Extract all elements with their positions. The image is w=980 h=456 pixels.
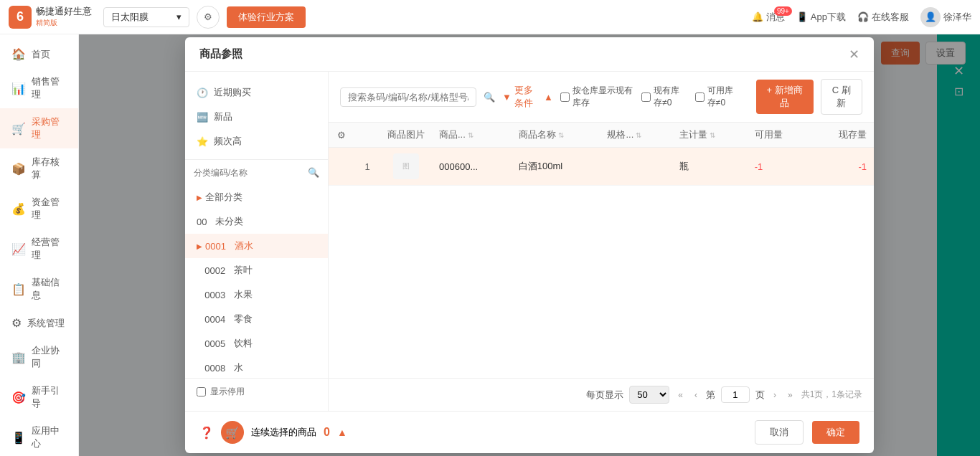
warehouse-checkbox-label[interactable]: 按仓库显示现有库存 bbox=[560, 85, 634, 109]
page-input[interactable] bbox=[721, 386, 750, 403]
warehouse-checkbox[interactable] bbox=[560, 92, 570, 102]
row-spec bbox=[600, 148, 672, 186]
stock-ne-checkbox[interactable] bbox=[641, 92, 651, 102]
category-0004[interactable]: 0004 零食 bbox=[185, 307, 328, 331]
col-available: 可用量 bbox=[748, 123, 811, 148]
col-name[interactable]: 商品名称 bbox=[512, 123, 600, 148]
category-0001[interactable]: ▶ 0001 酒水 bbox=[185, 234, 328, 258]
col-spec[interactable]: 规格... bbox=[600, 123, 672, 148]
selected-count: 0 bbox=[324, 426, 330, 439]
product-thumbnail: 图 bbox=[393, 153, 419, 179]
messages-nav[interactable]: 🔔 消息 99+ bbox=[752, 11, 785, 24]
more-filter-button[interactable]: ▼ 更多条件 ▲ bbox=[502, 84, 553, 110]
col-settings[interactable]: ⚙ bbox=[329, 123, 354, 148]
sales-icon: 📊 bbox=[11, 82, 26, 95]
category-0005[interactable]: 0005 饮料 bbox=[185, 331, 328, 356]
product-table: ⚙ 商品图片 商品... 商品名称 规格... 主计量 可用量 现存量 bbox=[329, 123, 874, 186]
next-page-button[interactable]: › bbox=[771, 389, 779, 402]
col-stock: 现存量 bbox=[811, 123, 874, 148]
filter-icon: ▼ bbox=[502, 92, 512, 103]
sidebar-label-inventory: 库存核算 bbox=[32, 156, 67, 181]
per-page-select[interactable]: 50 10 20 100 bbox=[629, 386, 669, 404]
sidebar-label-system: 系统管理 bbox=[27, 317, 65, 330]
sidebar-item-home[interactable]: 🏠 首页 bbox=[0, 40, 78, 68]
row-code: 000600... bbox=[432, 148, 512, 186]
search-button[interactable]: 🔍 bbox=[484, 92, 495, 103]
available-ne-checkbox-label[interactable]: 可用库存≠0 bbox=[695, 85, 742, 109]
collapse-icon[interactable]: ▲ bbox=[337, 427, 347, 438]
trial-button[interactable]: 体验行业方案 bbox=[227, 6, 306, 28]
product-search-input[interactable] bbox=[340, 87, 476, 107]
stock-ne-checkbox-label[interactable]: 现有库存≠0 bbox=[641, 85, 688, 109]
category-00[interactable]: 00 未分类 bbox=[185, 209, 328, 234]
filter-up-icon: ▲ bbox=[544, 92, 553, 103]
app-download-nav[interactable]: 📱 App下载 bbox=[796, 11, 846, 24]
last-page-button[interactable]: » bbox=[785, 389, 796, 402]
modal-footer: ❓ 🛒 连续选择的商品 0 ▲ 取消 确定 bbox=[185, 411, 874, 453]
quick-item-recent[interactable]: 🕐 近期购买 bbox=[185, 80, 328, 105]
category-0003[interactable]: 0003 水果 bbox=[185, 282, 328, 307]
table-row[interactable]: 1 图 000600... 白酒100ml 瓶 -1 bbox=[329, 148, 874, 186]
col-unit[interactable]: 主计量 bbox=[672, 123, 747, 148]
sidebar-item-guide[interactable]: 🎯 新手引导 bbox=[0, 377, 78, 417]
row-unit: 瓶 bbox=[672, 148, 747, 186]
category-list: ▶ 全部分类 00 未分类 ▶ 0001 酒水 0002 bbox=[185, 182, 328, 378]
sidebar-item-inventory[interactable]: 📦 库存核算 bbox=[0, 148, 78, 189]
help-icon[interactable]: ❓ bbox=[199, 426, 214, 440]
available-ne-checkbox[interactable] bbox=[695, 92, 705, 102]
sidebar-item-basic[interactable]: 📋 基础信息 bbox=[0, 269, 78, 309]
sidebar-item-enterprise[interactable]: 🏢 企业协同 bbox=[0, 337, 78, 377]
user-nav[interactable]: 👤 徐泽华 bbox=[920, 7, 971, 27]
refresh-button[interactable]: C 刷新 bbox=[821, 79, 862, 115]
avatar: 👤 bbox=[920, 7, 941, 27]
modal-title: 商品参照 bbox=[199, 47, 242, 61]
category-0008[interactable]: 0008 水 bbox=[185, 356, 328, 378]
quick-item-frequent[interactable]: ⭐ 频次高 bbox=[185, 129, 328, 153]
col-code[interactable]: 商品... bbox=[432, 123, 512, 148]
show-disabled-checkbox[interactable] bbox=[197, 387, 206, 396]
sidebar-item-system[interactable]: ⚙ 系统管理 bbox=[0, 309, 78, 337]
layout: 🏠 首页 📊 销售管理 🛒 采购管理 📦 库存核算 💰 资金管理 📈 经营管理 … bbox=[0, 34, 980, 456]
prev-page-button[interactable]: ‹ bbox=[692, 389, 700, 402]
per-page-label: 每页显示 bbox=[586, 389, 623, 402]
sidebar-label-guide: 新手引导 bbox=[32, 384, 67, 410]
finance-icon: 💰 bbox=[11, 202, 26, 216]
system-icon: ⚙ bbox=[11, 316, 22, 330]
cancel-button[interactable]: 取消 bbox=[755, 420, 804, 445]
first-page-button[interactable]: « bbox=[675, 389, 686, 402]
sidebar-item-apps[interactable]: 📱 应用中心 bbox=[0, 417, 78, 456]
sidebar-item-finance[interactable]: 💰 资金管理 bbox=[0, 189, 78, 229]
sidebar-label-home: 首页 bbox=[32, 48, 50, 61]
store-selector[interactable]: 日太阳膜 ▾ bbox=[103, 7, 189, 27]
category-search-icon[interactable]: 🔍 bbox=[308, 167, 319, 178]
table-toolbar: 🔍 ▼ 更多条件 ▲ 按仓库显示现有库存 bbox=[329, 72, 874, 123]
main-area: ✕ ⊡ 查询 设置 商品参照 ✕ bbox=[79, 34, 980, 456]
modal-overlay: 商品参照 ✕ 🕐 近期购买 🆕 bbox=[79, 34, 980, 456]
logo-text: 畅捷通好生意 精简版 bbox=[36, 6, 92, 28]
row-image: 图 bbox=[380, 148, 432, 186]
category-search-input[interactable] bbox=[194, 168, 303, 178]
service-nav[interactable]: 🎧 在线客服 bbox=[857, 11, 909, 24]
sidebar-item-sales[interactable]: 📊 销售管理 bbox=[0, 68, 78, 108]
row-available: -1 bbox=[748, 148, 811, 186]
sidebar-item-operation[interactable]: 📈 经营管理 bbox=[0, 229, 78, 269]
cart-icon[interactable]: 🛒 bbox=[221, 421, 244, 444]
row-name: 白酒100ml bbox=[512, 148, 600, 186]
headset-icon: 🎧 bbox=[857, 11, 869, 22]
confirm-button[interactable]: 确定 bbox=[812, 421, 859, 444]
product-table-container: ⚙ 商品图片 商品... 商品名称 规格... 主计量 可用量 现存量 bbox=[329, 123, 874, 378]
page-label: 第 bbox=[706, 389, 715, 402]
category-all[interactable]: ▶ 全部分类 bbox=[185, 185, 328, 209]
nav-right: 🔔 消息 99+ 📱 App下载 🎧 在线客服 👤 徐泽华 bbox=[752, 7, 971, 27]
sidebar-item-purchase[interactable]: 🛒 采购管理 bbox=[0, 108, 78, 148]
quick-item-new[interactable]: 🆕 新品 bbox=[185, 105, 328, 129]
modal-close-button[interactable]: ✕ bbox=[849, 48, 859, 61]
logo-area: 6 畅捷通好生意 精简版 bbox=[9, 6, 92, 29]
bell-icon: 🔔 bbox=[752, 11, 763, 22]
category-0002[interactable]: 0002 茶叶 bbox=[185, 258, 328, 282]
add-product-button[interactable]: + 新增商品 bbox=[756, 80, 814, 114]
show-disabled-toggle[interactable]: 显示停用 bbox=[185, 378, 328, 405]
left-panel: 🕐 近期购买 🆕 新品 ⭐ 频次高 bbox=[185, 72, 329, 411]
purchase-icon: 🛒 bbox=[11, 122, 26, 136]
settings-icon[interactable]: ⚙ bbox=[197, 6, 220, 29]
